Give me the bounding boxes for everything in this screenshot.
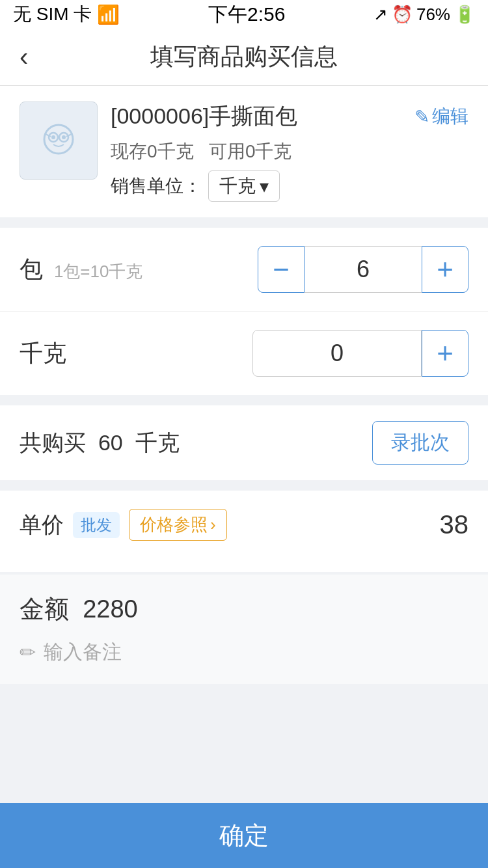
product-stock: 现存0千克 可用0千克 (111, 139, 468, 164)
total-label: 共购买 (20, 430, 86, 455)
note-placeholder: 输入备注 (44, 639, 122, 666)
main-content: [0000006]手撕面包 ✎ 编辑 现存0千克 可用0千克 销售单位： 千克 … (0, 86, 488, 749)
location-icon: ↗ (373, 5, 388, 25)
edit-icon: ✎ (414, 106, 429, 128)
package-qty-input[interactable] (305, 246, 422, 293)
kg-qty-input[interactable] (252, 330, 422, 377)
unit-value: 千克 (219, 174, 256, 198)
package-label-group: 包 1包=10千克 (20, 254, 142, 286)
product-name-row: [0000006]手撕面包 ✎ 编辑 (111, 102, 468, 131)
kg-increment-button[interactable]: + (422, 330, 468, 377)
price-ref-arrow: › (210, 515, 216, 535)
price-ref-button[interactable]: 价格参照 › (129, 509, 227, 541)
amount-section: 金额 2280 ✏ 输入备注 (0, 575, 488, 684)
product-card: [0000006]手撕面包 ✎ 编辑 现存0千克 可用0千克 销售单位： 千克 … (0, 86, 488, 217)
svg-point-4 (62, 135, 66, 139)
batch-button[interactable]: 录批次 (372, 421, 468, 465)
battery-icon: 🔋 (454, 5, 475, 25)
unit-price-label: 单价 (20, 510, 64, 540)
unit-label: 销售单位： (111, 174, 202, 198)
price-ref-label: 价格参照 (140, 513, 208, 536)
status-bar: 无 SIM 卡 📶 下午2:56 ↗ ⏰ 76% 🔋 (0, 0, 488, 29)
page-title: 填写商品购买信息 (150, 41, 338, 73)
status-left: 无 SIM 卡 📶 (13, 2, 120, 27)
kg-label: 千克 (20, 338, 66, 370)
amount-label: 金额 (20, 595, 69, 623)
kg-row: 千克 + (0, 312, 488, 395)
bottom-spacer (0, 684, 488, 749)
product-image (20, 102, 98, 180)
status-right: ↗ ⏰ 76% 🔋 (373, 5, 475, 25)
total-amount: 60 (98, 430, 123, 455)
back-button[interactable]: ‹ (13, 36, 34, 78)
price-left: 单价 批发 价格参照 › (20, 509, 227, 541)
product-thumbnail-icon (39, 121, 78, 160)
nav-bar: ‹ 填写商品购买信息 (0, 29, 488, 86)
price-section: 单价 批发 价格参照 › 38 (0, 491, 488, 572)
unit-select[interactable]: 千克 ▾ (208, 170, 280, 202)
status-time: 下午2:56 (208, 1, 285, 28)
product-name: [0000006]手撕面包 (111, 102, 297, 131)
price-value: 38 (440, 510, 469, 539)
total-row: 共购买 60 千克 录批次 (0, 405, 488, 480)
svg-point-3 (51, 135, 55, 139)
amount-value: 2280 (83, 595, 138, 623)
package-label: 包 (20, 256, 43, 282)
price-row: 单价 批发 价格参照 › 38 (20, 509, 468, 541)
edit-button[interactable]: ✎ 编辑 (414, 104, 468, 129)
alarm-icon: ⏰ (392, 5, 413, 25)
total-text: 共购买 60 千克 (20, 428, 180, 458)
package-hint: 1包=10千克 (54, 262, 143, 281)
package-increment-button[interactable]: + (422, 246, 468, 293)
product-info: [0000006]手撕面包 ✎ 编辑 现存0千克 可用0千克 销售单位： 千克 … (111, 102, 468, 202)
package-qty-control: − + (258, 246, 468, 293)
confirm-button-label: 确定 (219, 819, 269, 852)
unit-dropdown-arrow: ▾ (260, 176, 269, 197)
carrier-text: 无 SIM 卡 (13, 2, 92, 27)
stock-text: 现存0千克 (111, 141, 194, 161)
kg-qty-control: + (252, 330, 468, 377)
total-unit: 千克 (135, 430, 180, 455)
amount-row: 金额 2280 (20, 593, 468, 626)
edit-label: 编辑 (432, 104, 468, 129)
note-icon: ✏ (20, 641, 36, 664)
battery-text: 76% (416, 5, 450, 25)
package-row: 包 1包=10千克 − + (0, 228, 488, 312)
available-text: 可用0千克 (209, 141, 292, 161)
note-row[interactable]: ✏ 输入备注 (20, 639, 468, 666)
wifi-icon: 📶 (97, 4, 120, 25)
price-type-tag: 批发 (73, 512, 120, 538)
product-unit-row: 销售单位： 千克 ▾ (111, 170, 468, 202)
package-decrement-button[interactable]: − (258, 246, 305, 293)
quantity-section: 包 1包=10千克 − + 千克 + (0, 228, 488, 395)
confirm-bar[interactable]: 确定 (0, 803, 488, 868)
